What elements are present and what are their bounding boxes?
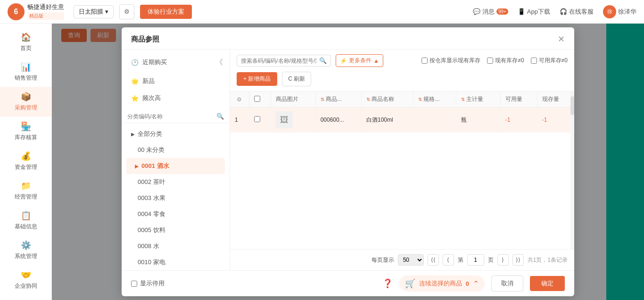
category-search-icon[interactable]: 🔍 — [216, 113, 224, 120]
category-search-row: 🔍 — [122, 110, 230, 123]
trial-button[interactable]: 体验行业方案 — [140, 5, 192, 19]
nav-selector[interactable]: 日太阳膜 ▾ — [74, 5, 114, 18]
table-row[interactable]: 1 🖼 000600... 白酒100ml 瓶 — [230, 108, 574, 133]
sidebar: 🏠 首页 📊 销售管理 📦 采购管理 🏪 库存核算 💰 资金管理 📁 经营管理 … — [0, 24, 52, 300]
cat-item-0005[interactable]: 0005 饮料 — [126, 222, 225, 238]
cancel-button[interactable]: 取消 — [491, 275, 523, 292]
collapse-left-button[interactable]: 《 — [214, 56, 225, 69]
sidebar-label-management: 经营管理 — [15, 193, 37, 201]
vertical-scrollbar[interactable] — [570, 92, 574, 249]
product-search-box: 🔍 — [237, 55, 331, 67]
sidebar-item-purchase[interactable]: 📦 采购管理 — [0, 87, 51, 117]
col-unit[interactable]: ⇅ 主计量 — [456, 92, 501, 108]
checkbox-warehouse-input[interactable] — [421, 58, 428, 64]
sidebar-item-finance[interactable]: 💰 资金管理 — [0, 146, 51, 176]
sidebar-label-home: 首页 — [20, 44, 32, 52]
left-tab-recent[interactable]: 🕐 近期购买 — [126, 54, 172, 70]
scrollbar-thumb[interactable] — [570, 96, 574, 115]
left-tab-frequent-label: 频次高 — [142, 94, 161, 102]
cat-item-0010[interactable]: 0010 家电 — [126, 254, 225, 266]
first-page-button[interactable]: ⟨⟨ — [428, 254, 439, 266]
col-gear[interactable]: ⚙ — [230, 92, 249, 108]
product-image: 🖼 — [276, 111, 293, 128]
app-download-label: App下载 — [527, 8, 550, 16]
sidebar-item-basic[interactable]: 📋 基础信息 — [0, 206, 51, 235]
sidebar-label-purchase: 采购管理 — [15, 104, 37, 112]
sidebar-item-management[interactable]: 📁 经营管理 — [0, 176, 51, 206]
app-download-item[interactable]: 📱 App下载 — [518, 8, 550, 16]
download-icon: 📱 — [518, 8, 525, 15]
row-checkbox[interactable] — [254, 116, 260, 122]
collapse-cart-button[interactable]: ⌃ — [473, 279, 479, 288]
user-item[interactable]: 徐 徐泽华 — [603, 5, 636, 18]
left-panel: 🕐 近期购买 《 🌟 新品 ⭐ 频次高 — [122, 50, 230, 270]
product-toolbar: 🔍 ⚡ 更多条件 ▲ 按仓库显示现有库存 — [230, 50, 574, 92]
online-service-item[interactable]: 🎧 在线客服 — [560, 8, 594, 16]
row-name: 白酒100ml — [362, 108, 413, 133]
next-page-button[interactable]: ⟩ — [497, 254, 509, 266]
total-info: 共1页，1条记录 — [528, 256, 568, 264]
show-disabled-checkbox[interactable]: 显示停用 — [131, 279, 165, 288]
cat-item-0003[interactable]: 0003 水果 — [126, 190, 225, 206]
prev-page-button[interactable]: ⟨ — [443, 254, 454, 266]
col-name[interactable]: ⇅ 商品名称 — [362, 92, 413, 108]
product-search-input[interactable] — [241, 58, 316, 64]
row-code: 000600... — [315, 108, 361, 133]
cat-item-0004[interactable]: 0004 零食 — [126, 206, 225, 222]
checkbox-warehouse[interactable]: 按仓库显示现有库存 — [421, 57, 480, 65]
arrow-icon: ▶ — [131, 132, 135, 137]
cart-label: 连续选择的商品 — [419, 279, 462, 288]
add-product-button[interactable]: + 新增商品 — [237, 72, 277, 86]
page-number-input[interactable] — [467, 254, 484, 266]
sidebar-item-sales[interactable]: 📊 销售管理 — [0, 57, 51, 87]
right-panel: 🔍 ⚡ 更多条件 ▲ 按仓库显示现有库存 — [230, 50, 574, 270]
checkbox-row: 按仓库显示现有库存 现有库存≠0 可用库存≠0 — [421, 57, 568, 65]
col-stock: 现存量 — [537, 92, 574, 108]
col-spec[interactable]: ⇅ 规格... — [413, 92, 456, 108]
row-unit: 瓶 — [456, 108, 501, 133]
col-img: 商品图片 — [271, 92, 316, 108]
show-disabled-input[interactable] — [131, 281, 137, 287]
row-stock: -1 — [537, 108, 574, 133]
top-right: 💬 消息 99+ 📱 App下载 🎧 在线客服 徐 徐泽华 — [473, 5, 636, 18]
modal-close-button[interactable]: ✕ — [558, 34, 565, 44]
help-icon[interactable]: ❓ — [382, 278, 393, 289]
message-label: 消息 — [482, 8, 495, 16]
cat-label-0001: 0001 酒水 — [141, 162, 169, 170]
sort-icon-unit: ⇅ — [461, 97, 465, 102]
cat-item-all[interactable]: ▶ 全部分类 — [126, 126, 225, 142]
last-page-button[interactable]: ⟩⟩ — [512, 254, 524, 266]
per-page-select[interactable]: 50 10 20 100 — [398, 254, 424, 266]
cat-item-0002[interactable]: 0002 茶叶 — [126, 174, 225, 190]
select-all-checkbox[interactable] — [254, 96, 260, 102]
cat-label-0010: 0010 家电 — [138, 258, 165, 266]
sidebar-item-home[interactable]: 🏠 首页 — [0, 27, 51, 57]
sidebar-item-enterprise[interactable]: 🤝 企业协同 — [0, 265, 51, 295]
search-icon[interactable]: 🔍 — [319, 57, 327, 64]
sidebar-item-inventory[interactable]: 🏪 库存核算 — [0, 117, 51, 146]
filter-button[interactable]: ⚡ 更多条件 ▲ — [336, 54, 383, 67]
selected-count: 0 — [466, 280, 469, 287]
sidebar-item-system[interactable]: ⚙️ 系统管理 — [0, 235, 51, 265]
left-tab-new[interactable]: 🌟 新品 — [126, 73, 225, 89]
headset-icon: 🎧 — [560, 8, 567, 15]
cat-label-0004: 0004 零食 — [138, 210, 165, 218]
left-tab-frequent[interactable]: ⭐ 频次高 — [126, 90, 225, 106]
row-check[interactable] — [249, 108, 271, 133]
confirm-button[interactable]: 确定 — [530, 276, 565, 291]
sales-icon: 📊 — [21, 62, 31, 72]
filter-label: 更多条件 — [349, 57, 372, 65]
checkbox-available-neq-input[interactable] — [531, 58, 537, 64]
category-search-input[interactable] — [127, 113, 214, 120]
gear-button[interactable]: ⚙ — [119, 4, 134, 19]
cat-item-00[interactable]: 00 未分类 — [126, 142, 225, 158]
cat-item-0001[interactable]: ▶ 0001 酒水 — [126, 158, 225, 174]
sidebar-item-guide[interactable]: 📖 新手引导 — [0, 295, 51, 300]
checkbox-stock-neq-input[interactable] — [487, 58, 493, 64]
checkbox-available-neq[interactable]: 可用库存≠0 — [531, 57, 568, 65]
checkbox-stock-neq[interactable]: 现有库存≠0 — [487, 57, 524, 65]
col-code[interactable]: ⇅ 商品... — [315, 92, 361, 108]
refresh-button[interactable]: C 刷新 — [282, 72, 311, 86]
cat-item-0008[interactable]: 0008 水 — [126, 238, 225, 254]
message-item[interactable]: 💬 消息 99+ — [473, 8, 508, 16]
